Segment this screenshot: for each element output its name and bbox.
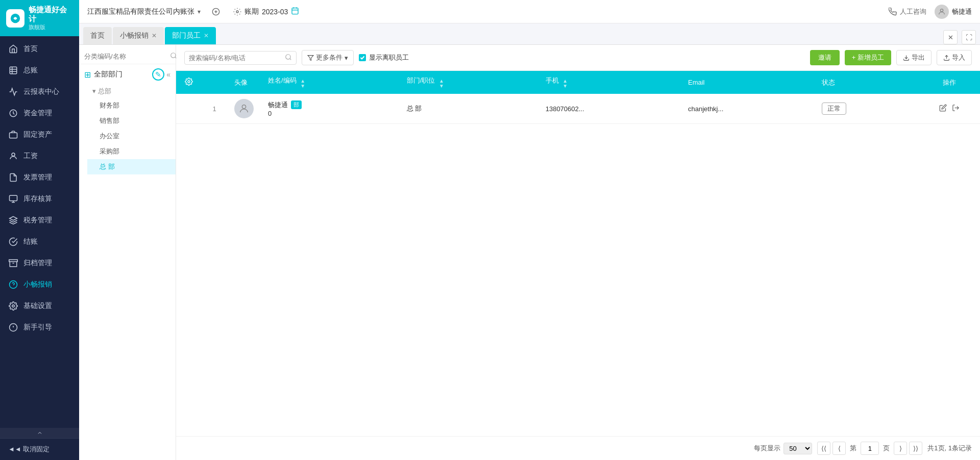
invite-btn[interactable]: 邀请 (810, 50, 840, 65)
col-actions: 操作 (919, 71, 980, 94)
svg-point-22 (236, 11, 238, 13)
col-avatar: 头像 (227, 71, 261, 94)
col-status: 状态 (815, 71, 919, 94)
dept-all-header[interactable]: ⊞ 全部部门 ✎ « (79, 64, 176, 85)
col-settings[interactable] (176, 71, 202, 94)
sidebar-item-salary-label: 工资 (23, 151, 38, 161)
sidebar-item-reports[interactable]: 云报表中心 (0, 81, 79, 103)
home-icon (8, 44, 18, 54)
col-phone[interactable]: 手机 ▲▼ (538, 71, 681, 94)
page-label: 第 (848, 444, 859, 453)
sidebar-nav: 首页 总账 云报表中心 资金管理 固定资产 (0, 36, 79, 428)
sidebar-scroll-up[interactable] (0, 428, 79, 438)
add-employee-btn[interactable]: + 新增员工 (845, 50, 891, 65)
svg-point-30 (286, 54, 290, 59)
sidebar-item-guide[interactable]: 新手引导 (0, 317, 79, 338)
show-resigned-checkbox (359, 54, 366, 61)
svg-point-27 (940, 9, 943, 11)
per-page: 每页显示 50 10 20 100 (754, 443, 812, 454)
ledger-icon (8, 65, 18, 75)
page-next-btn[interactable]: ⟩ (894, 442, 907, 455)
cell-avatar (227, 94, 261, 124)
topbar: 江西服宝精品有限责任公司内账张 ▾ 账期 2023-03 人工咨询 (79, 0, 980, 23)
sidebar-footer[interactable]: ◄◄ 取消固定 (0, 438, 79, 460)
sidebar-item-funds[interactable]: 资金管理 (0, 103, 79, 124)
user-info[interactable]: 畅捷通 (935, 5, 972, 19)
export-btn[interactable]: 导出 (896, 50, 932, 65)
sidebar-item-settle[interactable]: 结账 (0, 231, 79, 252)
settings-gear-btn[interactable] (230, 5, 244, 19)
dept-edit-btn[interactable]: ✎ (152, 68, 164, 81)
tab-home[interactable]: 首页 (83, 27, 112, 44)
sidebar-item-funds-label: 资金管理 (23, 109, 52, 118)
add-account-btn[interactable] (209, 5, 223, 19)
user-name: 畅捷通 (952, 7, 972, 16)
sidebar-item-archive[interactable]: 归档管理 (0, 252, 79, 274)
edit-btn[interactable] (939, 104, 947, 113)
tab-expense-close[interactable]: ✕ (152, 32, 157, 39)
page-first-btn[interactable]: ⟨⟨ (817, 442, 830, 455)
search-icon[interactable] (285, 54, 292, 62)
dept-grid-icon: ⊞ (84, 70, 91, 80)
svg-rect-23 (292, 8, 298, 14)
phone-sort-icons: ▲▼ (562, 79, 568, 89)
tab-employees[interactable]: 部门员工 ✕ (165, 27, 216, 44)
sidebar-item-settings[interactable]: 基础设置 (0, 295, 79, 317)
sidebar-item-home[interactable]: 首页 (0, 38, 79, 60)
sidebar-item-invoice-label: 发票管理 (23, 173, 52, 182)
filter-btn[interactable]: 更多条件 ▾ (302, 50, 354, 65)
sidebar-item-inventory[interactable]: 库存核算 (0, 188, 79, 210)
company-name: 江西服宝精品有限责任公司内账张 (87, 7, 194, 16)
sidebar-item-tax[interactable]: 税务管理 (0, 210, 79, 231)
employee-code: 0 (268, 110, 393, 117)
funds-icon (8, 108, 18, 118)
guide-icon (8, 322, 18, 333)
sidebar-item-expense[interactable]: 小畅报销 (0, 274, 79, 295)
show-resigned-toggle[interactable]: 显示离职员工 (359, 53, 409, 62)
page-prev-btn[interactable]: ⟨ (832, 442, 846, 455)
user-avatar (935, 5, 949, 19)
dept-collapse-btn[interactable]: « (166, 70, 170, 79)
dept-item-office[interactable]: 办公室 (87, 129, 176, 144)
calendar-icon[interactable] (291, 7, 299, 16)
dept-group-hq-label[interactable]: ▾ 总部 (87, 85, 176, 98)
reports-icon (8, 87, 18, 97)
search-input[interactable] (189, 54, 282, 62)
tab-expense[interactable]: 小畅报销 ✕ (113, 27, 164, 44)
page-input[interactable] (861, 442, 879, 455)
logout-btn[interactable] (952, 104, 960, 113)
tab-expand-btn[interactable]: ⛶ (962, 30, 976, 44)
salary-icon (8, 151, 18, 161)
col-dept[interactable]: 部门/职位 ▲▼ (400, 71, 538, 94)
sidebar-item-assets[interactable]: 固定资产 (0, 124, 79, 145)
svg-point-35 (188, 81, 190, 83)
dept-item-finance[interactable]: 财务部 (87, 98, 176, 113)
import-label: 导入 (952, 53, 965, 62)
dept-item-sales[interactable]: 销售部 (87, 113, 176, 129)
sidebar-item-ledger-label: 总账 (23, 66, 38, 75)
table-row: 1 畅捷通 部 0 (176, 94, 980, 124)
cancel-fixed-btn[interactable]: ◄◄ 取消固定 (8, 445, 71, 454)
dept-search-input[interactable] (84, 53, 170, 60)
dept-item-purchase[interactable]: 采购部 (87, 144, 176, 159)
tab-close-btn[interactable]: ✕ (943, 30, 958, 44)
page-last-btn[interactable]: ⟩⟩ (909, 442, 922, 455)
company-dropdown-icon[interactable]: ▾ (198, 8, 201, 15)
sidebar-item-ledger[interactable]: 总账 (0, 60, 79, 81)
tab-employees-label: 部门员工 (172, 31, 201, 40)
pagination: 每页显示 50 10 20 100 ⟨⟨ ⟨ 第 页 ⟩ ⟩⟩ (176, 436, 980, 460)
import-btn[interactable]: 导入 (937, 50, 972, 65)
per-page-select[interactable]: 50 10 20 100 (783, 443, 812, 454)
assets-icon (8, 130, 18, 140)
tab-employees-close[interactable]: ✕ (204, 32, 209, 39)
service-btn[interactable]: 人工咨询 (889, 7, 926, 16)
sidebar-item-archive-label: 归档管理 (23, 259, 52, 268)
dept-panel: ⊞ 全部部门 ✎ « ▾ 总部 财务部 销售部 办公室 采购部 总 部 (79, 45, 176, 460)
sidebar-item-invoice[interactable]: 发票管理 (0, 167, 79, 188)
logo-text: 畅捷通好会计 (29, 5, 73, 23)
sidebar-item-salary[interactable]: 工资 (0, 145, 79, 167)
dept-item-general[interactable]: 总 部 (87, 159, 176, 174)
col-name[interactable]: 姓名/编码 ▲▼ (261, 71, 400, 94)
toolbar: 更多条件 ▾ 显示离职员工 邀请 + 新增员工 导出 (176, 45, 980, 71)
col-email: Email (681, 71, 815, 94)
